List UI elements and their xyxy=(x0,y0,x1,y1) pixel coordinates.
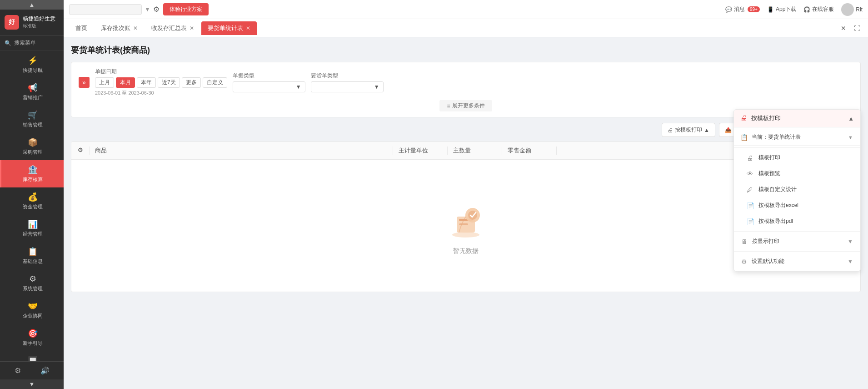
tab-order-stats[interactable]: 要货单统计表✕ xyxy=(201,21,257,35)
nav-label-operations: 经营管理 xyxy=(23,231,43,237)
display-print-item[interactable]: 🖥 按显示打印 ▼ xyxy=(734,233,860,249)
dropdown-item-template-print[interactable]: 🖨 模板打印 xyxy=(734,150,860,166)
filter-row: » 单据日期 上月本月本年近7天更多自定义 2023-06-01 至 2023-… xyxy=(79,68,853,96)
tab-close-order-stats[interactable]: ✕ xyxy=(246,25,250,31)
nav-icon-purchase: 📦 xyxy=(28,137,38,147)
dropdown-items-section: 🖨 模板打印 👁 模板预览 🖊 模板自定义设计 📄 按模板导出excel 📄 按… xyxy=(734,148,860,232)
nav-label-inventory: 库存核算 xyxy=(23,176,43,183)
tab-close-receipt-summary[interactable]: ✕ xyxy=(190,25,194,31)
date-btn-last-7days[interactable]: 近7天 xyxy=(158,77,180,88)
tab-label-inventory-batch: 库存批次账 xyxy=(101,24,130,32)
sidebar-search-label: 搜索菜单 xyxy=(14,39,36,47)
online-service-label: 在线客服 xyxy=(812,5,834,13)
chevron-up-icon: ▲ xyxy=(29,1,35,8)
date-btn-current-year[interactable]: 本年 xyxy=(137,77,156,88)
filter-expand-btn[interactable]: » xyxy=(79,77,90,88)
sidebar-item-inventory[interactable]: 🏦 库存核算 xyxy=(0,160,64,187)
app-download-icon: 📱 xyxy=(767,6,774,13)
sidebar-item-basic-info[interactable]: 📋 基础信息 xyxy=(0,242,64,269)
trial-btn[interactable]: 体验行业方案 xyxy=(163,3,209,15)
online-service-btn[interactable]: 🎧 在线客服 xyxy=(803,5,834,13)
dropdown-item-template-export-excel[interactable]: 📄 按模板导出excel xyxy=(734,197,860,213)
date-range-text: 2023-06-01 至 2023-06-30 xyxy=(95,90,227,96)
item-label-template-print: 模板打印 xyxy=(758,154,853,162)
app-download-btn[interactable]: 📱 App下载 xyxy=(767,5,796,13)
dropdown-item-template-export-pdf[interactable]: 📄 按模板导出pdf xyxy=(734,213,860,229)
tabs-actions: ✕ ⛶ xyxy=(838,23,863,34)
sidebar-item-collab[interactable]: 🤝 企业协同 xyxy=(0,297,64,324)
sidebar-item-system[interactable]: ⚙ 系统管理 xyxy=(0,269,64,297)
filter-doc-type-select[interactable]: ▼ xyxy=(233,81,305,92)
settings-icon[interactable]: ⚙ xyxy=(15,366,21,375)
tab-inventory-batch[interactable]: 库存批次账✕ xyxy=(95,21,144,35)
sidebar-item-finance[interactable]: 💰 资金管理 xyxy=(0,187,64,215)
template-icon: 📋 xyxy=(740,134,748,141)
filter-doc-type-group: 单据类型 ▼ xyxy=(233,72,305,92)
date-btn-prev-month[interactable]: 上月 xyxy=(95,77,114,88)
sidebar-item-guide[interactable]: 🎯 新手引导 xyxy=(0,324,64,351)
nav-icon-app-center: 🔲 xyxy=(28,356,38,361)
col-settings[interactable]: ⚙ xyxy=(71,147,90,155)
nav-label-sales: 销售管理 xyxy=(23,121,43,128)
date-btn-current-month[interactable]: 本月 xyxy=(116,77,135,88)
sound-icon[interactable]: 🔊 xyxy=(40,366,50,375)
topbar-right: 💬 消息 99+ 📱 App下载 🎧 在线客服 Rit xyxy=(725,3,863,16)
user-avatar-btn[interactable]: Rit xyxy=(841,3,863,16)
chevron-down-icon: ▼ xyxy=(29,381,35,388)
tab-label-home: 首页 xyxy=(75,24,87,32)
item-label-template-preview: 模板预览 xyxy=(758,170,853,177)
topbar: ▼ ⚙ 体验行业方案 💬 消息 99+ 📱 App下载 🎧 在线客服 Rit xyxy=(64,0,868,19)
nav-icon-sales: 🛒 xyxy=(28,110,38,120)
sidebar: ▲ 好 畅捷通好生意 标准版 🔍 搜索菜单 ⚡ 快捷导航 📢 营销推广 🛒 销售… xyxy=(0,0,64,389)
default-func-item[interactable]: ⚙ 设置默认功能 ▼ xyxy=(734,253,860,269)
nav-icon-basic-info: 📋 xyxy=(28,247,38,257)
date-btn-custom[interactable]: 自定义 xyxy=(203,77,227,88)
filter-date-btns: 上月本月本年近7天更多自定义 xyxy=(95,77,227,88)
tab-close-inventory-batch[interactable]: ✕ xyxy=(133,25,138,31)
message-icon: 💬 xyxy=(725,6,732,13)
sidebar-item-purchase[interactable]: 📦 采购管理 xyxy=(0,133,64,160)
nav-search-input[interactable] xyxy=(69,4,142,15)
nav-icon-finance: 💰 xyxy=(28,192,38,202)
tabs-bar: 首页库存批次账✕收发存汇总表✕要货单统计表✕ ✕ ⛶ xyxy=(64,19,868,37)
nav-label-quick-nav: 快捷导航 xyxy=(23,67,43,74)
topbar-settings-icon[interactable]: ⚙ xyxy=(153,5,160,14)
sidebar-item-app-center[interactable]: 🔲 应用中心 xyxy=(0,351,64,361)
display-print-label: 按显示打印 xyxy=(752,237,779,245)
maximize-btn[interactable]: ⛶ xyxy=(852,23,863,34)
print-label: 按模板打印 xyxy=(675,126,702,134)
filter-order-type-label: 要货单类型 xyxy=(311,72,384,80)
tab-home[interactable]: 首页 xyxy=(69,21,94,35)
sidebar-item-sales[interactable]: 🛒 销售管理 xyxy=(0,106,64,133)
dropdown-current-template[interactable]: 📋 当前：要货单统计表 ▼ xyxy=(734,129,860,146)
messages-btn[interactable]: 💬 消息 99+ xyxy=(725,5,760,13)
nav-label-basic-info: 基础信息 xyxy=(23,258,43,265)
sidebar-item-operations[interactable]: 📊 经营管理 xyxy=(0,215,64,242)
dropdown-header[interactable]: 🖨 按模板打印 ▲ xyxy=(734,110,860,127)
sidebar-item-quick-nav[interactable]: ⚡ 快捷导航 xyxy=(0,51,64,78)
filter-order-type-select[interactable]: ▼ xyxy=(311,81,384,92)
default-func-icon: ⚙ xyxy=(741,258,747,265)
dropdown-print-icon: 🖨 xyxy=(740,114,748,122)
close-tab-btn[interactable]: ✕ xyxy=(838,23,849,34)
item-icon-template-print: 🖨 xyxy=(747,154,754,162)
tab-receipt-summary[interactable]: 收发存汇总表✕ xyxy=(145,21,200,35)
sidebar-scroll-up[interactable]: ▲ xyxy=(0,0,64,10)
nav-label-system: 系统管理 xyxy=(23,285,43,292)
nav-dropdown-arrow[interactable]: ▼ xyxy=(145,6,150,13)
sidebar-item-marketing[interactable]: 📢 营销推广 xyxy=(0,78,64,106)
export-icon: 📤 xyxy=(725,127,732,133)
svg-point-0 xyxy=(452,232,479,237)
print-btn[interactable]: 🖨 按模板打印 ▲ xyxy=(662,123,715,137)
sidebar-scroll-down[interactable]: ▼ xyxy=(0,379,64,389)
dropdown-item-template-design[interactable]: 🖊 模板自定义设计 xyxy=(734,182,860,197)
date-btn-more[interactable]: 更多 xyxy=(182,77,201,88)
dropdown-item-template-preview[interactable]: 👁 模板预览 xyxy=(734,166,860,182)
sidebar-search[interactable]: 🔍 搜索菜单 xyxy=(0,35,64,51)
filter-expand-more-btn[interactable]: ≡ 展开更多条件 xyxy=(439,100,492,111)
dropdown-title: 按模板打印 xyxy=(751,114,848,122)
nav-label-collab: 企业协同 xyxy=(23,313,43,319)
user-name: Rit xyxy=(856,6,863,13)
dropdown-collapse-icon[interactable]: ▲ xyxy=(848,115,854,122)
print-icon: 🖨 xyxy=(668,127,673,133)
